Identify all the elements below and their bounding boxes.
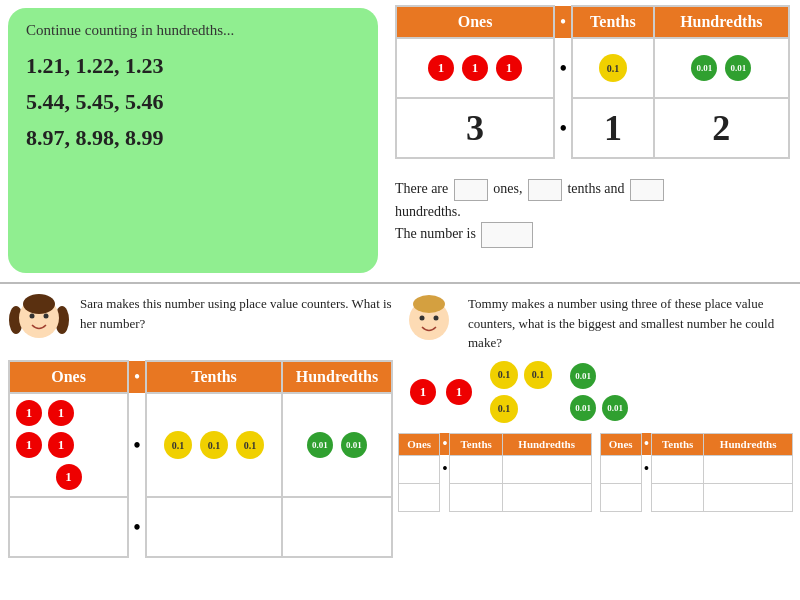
sara-hundredths-cell: 0.01 0.01 (282, 393, 392, 497)
sara-hundredths-header: Hundredths (282, 361, 392, 393)
td-dot-2 (440, 483, 450, 511)
sara-avatar (8, 290, 70, 352)
table-row-numbers: 3 • 1 2 (396, 98, 789, 158)
question-area: There are ones, tenths and hundredths. T… (395, 178, 785, 248)
table-row-empty: • (9, 497, 392, 557)
hundredths-cell-counters: 0.01 0.01 (654, 38, 789, 98)
svg-point-5 (44, 314, 49, 319)
sara-instructions: Sara makes this number using place value… (80, 290, 393, 333)
tommy-tables-container: Ones • Tenths Hundredths • (398, 433, 793, 512)
tommy-counters-display: 1 1 0.1 0.1 0.1 0.01 0.01 0.01 (398, 359, 793, 425)
sequence-2: 5.44, 5.45, 5.46 (26, 89, 360, 115)
td-tenths-2 (450, 483, 502, 511)
th-ones: Ones (399, 433, 440, 455)
td-hundredths (502, 455, 591, 483)
top-place-value-area: Ones • Tenths Hundredths 1 1 1 • 0.1 0.0… (395, 5, 790, 159)
tenths-input[interactable] (528, 179, 562, 201)
tommy-smallest-table: Ones • Tenths Hundredths • (600, 433, 794, 512)
sara-dot-header: • (128, 361, 146, 393)
svg-point-3 (23, 294, 55, 314)
ones-label: ones, (493, 181, 526, 196)
tenths-label: tenths and (567, 181, 628, 196)
hundredths-number-cell: 2 (654, 98, 789, 158)
there-are-text: There are (395, 181, 452, 196)
counter: 0.01 (570, 363, 596, 389)
td-hundredths-s (704, 455, 793, 483)
counter: 0.01 (570, 395, 596, 421)
th-tenths: Tenths (450, 433, 502, 455)
table-row: 1 1 1 • 0.1 0.01 0.01 (396, 38, 789, 98)
svg-point-4 (30, 314, 35, 319)
sara-header: Sara makes this number using place value… (8, 290, 393, 352)
hundredths-header: Hundredths (654, 6, 789, 38)
th-dot-2: • (641, 433, 651, 455)
counter: 1 (16, 400, 42, 426)
td-dot: • (440, 455, 450, 483)
counter: 0.1 (236, 431, 264, 459)
td-hundredths-s2 (704, 483, 793, 511)
tommy-biggest-table: Ones • Tenths Hundredths • (398, 433, 592, 512)
counter: 1 (48, 400, 74, 426)
table-row (399, 483, 592, 511)
td-ones-s2 (600, 483, 641, 511)
counter: 0.01 (602, 395, 628, 421)
tenths-counter-1: 0.1 (599, 54, 627, 82)
tenths-header: Tenths (572, 6, 654, 38)
ones-input[interactable] (454, 179, 488, 201)
tenths-number-cell: 1 (572, 98, 654, 158)
sara-section: Sara makes this number using place value… (8, 290, 393, 558)
table-row (600, 483, 793, 511)
ones-cell-counters: 1 1 1 (396, 38, 554, 98)
svg-point-9 (434, 316, 439, 321)
counter: 1 (410, 379, 436, 405)
td-ones (399, 455, 440, 483)
table-row: 1 1 1 1 1 • 0.1 0.1 0.1 0.01 (9, 393, 392, 497)
dot-header: • (554, 6, 572, 38)
sara-dot-cell: • (128, 393, 146, 497)
th-hundredths-2: Hundredths (704, 433, 793, 455)
section-divider (0, 282, 800, 284)
th-ones-2: Ones (600, 433, 641, 455)
sara-tenths-header: Tenths (146, 361, 282, 393)
counter: 0.1 (490, 361, 518, 389)
counter: 0.1 (490, 395, 518, 423)
hundredths-label: hundredths. (395, 204, 461, 219)
counter: 1 (56, 464, 82, 490)
td-dot-s2 (641, 483, 651, 511)
tommy-section: Tommy makes a number using three of thes… (398, 290, 793, 512)
tommy-avatar (398, 290, 460, 352)
empty-ones (9, 497, 128, 557)
td-tenths-s2 (651, 483, 703, 511)
sara-ones-header: Ones (9, 361, 128, 393)
counter: 0.1 (200, 431, 228, 459)
table-row: • (600, 455, 793, 483)
counter: 0.01 (307, 432, 333, 458)
td-dot-s: • (641, 455, 651, 483)
td-tenths (450, 455, 502, 483)
ones-counter-3: 1 (496, 55, 522, 81)
dot-cell-1: • (554, 38, 572, 98)
ones-counter-1: 1 (428, 55, 454, 81)
th-dot: • (440, 433, 450, 455)
sara-tenths-cell: 0.1 0.1 0.1 (146, 393, 282, 497)
counter: 1 (16, 432, 42, 458)
td-tenths-s (651, 455, 703, 483)
counter: 1 (446, 379, 472, 405)
td-ones-2 (399, 483, 440, 511)
hundredths-input[interactable] (630, 179, 664, 201)
hundredths-counter-2: 0.01 (725, 55, 751, 81)
number-input[interactable] (481, 222, 533, 248)
svg-point-7 (413, 295, 445, 313)
counter: 0.1 (524, 361, 552, 389)
empty-tenths (146, 497, 282, 557)
th-hundredths: Hundredths (502, 433, 591, 455)
counter: 1 (48, 432, 74, 458)
empty-hundredths (282, 497, 392, 557)
tenths-number: 1 (604, 108, 622, 148)
sara-place-value-table: Ones • Tenths Hundredths 1 1 1 1 1 (8, 360, 393, 558)
ones-number-cell: 3 (396, 98, 554, 158)
number-is-text: The number is (395, 226, 479, 241)
sequence-1: 1.21, 1.22, 1.23 (26, 53, 360, 79)
tenths-cell-counters: 0.1 (572, 38, 654, 98)
td-ones-s (600, 455, 641, 483)
